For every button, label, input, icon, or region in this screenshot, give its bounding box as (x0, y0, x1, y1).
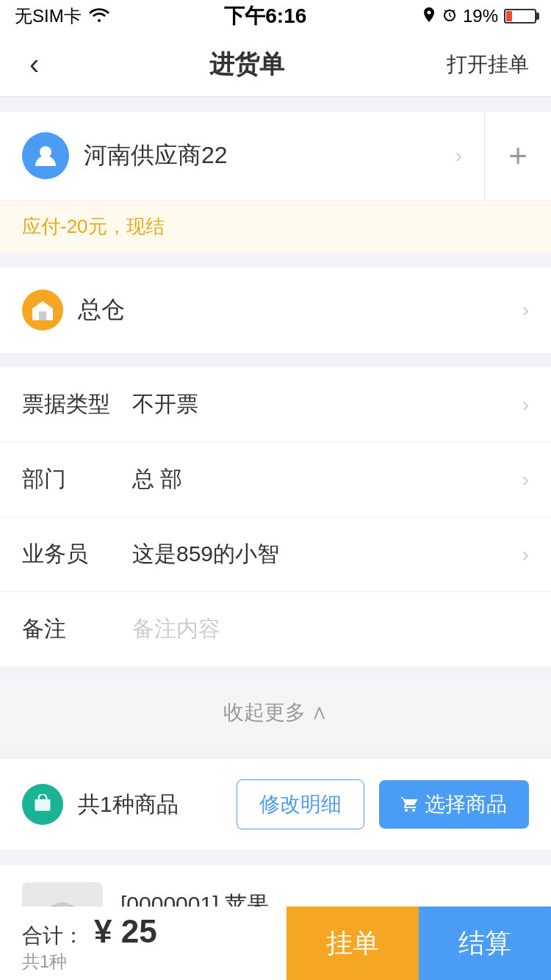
alarm-icon (442, 6, 457, 26)
page-title: 进货单 (209, 48, 284, 82)
svg-rect-2 (39, 311, 46, 320)
status-bar: 无SIM卡 下午6:16 19% (0, 0, 551, 32)
remark-label: 备注 (22, 614, 118, 644)
supplier-row[interactable]: 河南供应商22 › (0, 112, 484, 201)
invoice-row[interactable]: 票据类型 不开票 › (0, 367, 551, 442)
department-label: 部门 (22, 464, 118, 494)
salesperson-value: 这是859的小智 (118, 539, 515, 569)
supplier-avatar (22, 132, 69, 179)
remark-row[interactable]: 备注 备注内容 (0, 592, 551, 666)
select-product-label: 选择商品 (425, 790, 507, 818)
product-header-section: 共1种商品 修改明细 选择商品 (0, 759, 551, 850)
total-label: 合计： (22, 922, 84, 950)
notice-text: 应付-20元，现结 (22, 215, 165, 237)
gap-top (0, 97, 551, 112)
product-count-icon (22, 784, 63, 825)
hang-button[interactable]: 挂单 (287, 907, 419, 980)
product-count-text: 共1种商品 (78, 790, 222, 820)
collapse-bar[interactable]: 收起更多 ∧ (0, 681, 551, 744)
open-pending-button[interactable]: 打开挂单 (447, 51, 529, 79)
select-product-button[interactable]: 选择商品 (379, 780, 529, 829)
total-area: 合计： ¥ 25 共1种 (0, 907, 287, 980)
status-signal: 无SIM卡 (15, 4, 109, 28)
signal-text: 无SIM卡 (15, 4, 82, 28)
salesperson-label: 业务员 (22, 539, 118, 569)
form-section: 票据类型 不开票 › 部门 总 部 › 业务员 这是859的小智 › 备注 备注… (0, 367, 551, 666)
remark-input[interactable]: 备注内容 (118, 614, 529, 644)
notice-bar: 应付-20元，现结 (0, 201, 551, 253)
nav-bar: ‹ 进货单 打开挂单 (0, 32, 551, 97)
supplier-chevron-icon: › (455, 144, 462, 167)
salesperson-chevron-icon: › (522, 543, 529, 566)
edit-detail-button[interactable]: 修改明细 (237, 779, 364, 829)
invoice-value: 不开票 (118, 389, 515, 419)
battery-icon (504, 9, 536, 24)
svg-rect-3 (35, 799, 51, 811)
supplier-section: 河南供应商22 › + (0, 112, 551, 201)
warehouse-chevron-icon: › (522, 298, 529, 322)
back-button[interactable]: ‹ (22, 40, 46, 88)
department-value: 总 部 (118, 464, 515, 494)
cart-icon (401, 796, 419, 813)
checkout-button[interactable]: 结算 (419, 907, 551, 980)
invoice-label: 票据类型 (22, 389, 118, 419)
status-battery: 19% (422, 6, 536, 26)
department-row[interactable]: 部门 总 部 › (0, 442, 551, 517)
warehouse-icon (22, 289, 63, 331)
supplier-name: 河南供应商22 (84, 140, 448, 172)
salesperson-row[interactable]: 业务员 这是859的小智 › (0, 517, 551, 592)
product-header: 共1种商品 修改明细 选择商品 (0, 759, 551, 850)
location-icon (422, 6, 436, 26)
warehouse-section: 总仓 › (0, 267, 551, 353)
wifi-icon (89, 6, 109, 26)
total-sub: 共1种 (22, 950, 157, 973)
battery-percent: 19% (463, 6, 498, 26)
warehouse-name: 总仓 (78, 294, 515, 326)
add-supplier-button[interactable]: + (485, 112, 551, 201)
total-info: 合计： ¥ 25 共1种 (22, 913, 157, 973)
collapse-label: 收起更多 ∧ (223, 699, 328, 727)
warehouse-row[interactable]: 总仓 › (0, 267, 551, 353)
department-chevron-icon: › (522, 468, 529, 491)
invoice-chevron-icon: › (522, 393, 529, 417)
total-amount: ¥ 25 (94, 913, 157, 950)
status-time: 下午6:16 (224, 2, 306, 30)
bottom-bar: 合计： ¥ 25 共1种 挂单 结算 (0, 907, 551, 980)
